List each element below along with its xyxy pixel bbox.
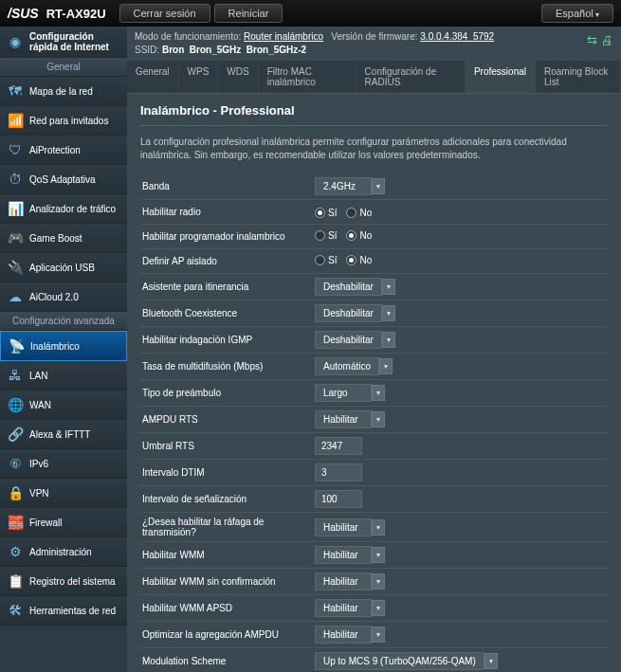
logout-button[interactable]: Cerrar sesión [119,4,210,23]
sidebar-header-general: General [0,58,127,77]
sidebar-icon: 📡 [7,336,26,355]
sidebar-icon: ☁ [6,287,25,306]
radio-no[interactable]: No [346,230,372,241]
sidebar-item-lan[interactable]: 🖧LAN [0,361,127,390]
form-row: Habilitar WMM APSDHabilitar▾ [140,595,608,622]
sidebar: ◉ Configuración rápida de Internet Gener… [0,27,127,672]
form-row: Banda2.4GHz▾ [140,173,608,200]
reboot-button[interactable]: Reiniciar [214,4,283,23]
field-label: Bluetooth Coexistence [140,308,315,318]
panel-title: Inalámbrico - Professional [140,103,608,126]
sidebar-icon: 🔌 [6,258,25,277]
sidebar-item-label: WAN [29,400,51,410]
fw-link[interactable]: 3.0.0.4.384_5792 [420,31,494,42]
sidebar-item-administración[interactable]: ⚙Administración [0,537,127,567]
select-habilitar-wmm-apsd[interactable]: Habilitar▾ [315,599,385,617]
form-row: Habilitar WMMHabilitar▾ [140,542,608,569]
select--desea-habilitar-la-r-faga-de-transmisi-n-[interactable]: Habilitar▾ [315,518,385,536]
sidebar-item-label: AiProtection [29,145,81,155]
field-label: Umbral RTS [140,441,315,451]
sidebar-item-herramientas-de-red[interactable]: 🛠Herramientas de red [0,596,127,626]
sidebar-quick-setup[interactable]: ◉ Configuración rápida de Internet [0,27,127,58]
model-name: RT-AX92U [46,7,106,21]
select-value: 2.4GHz [315,177,372,195]
form-row: Definir AP aisladoSíNo [140,249,608,274]
select-optimizar-la-agregaci-n-ampdu[interactable]: Habilitar▾ [315,626,385,644]
select-banda[interactable]: 2.4GHz▾ [315,177,385,195]
form-row: Intervalo de señalización [140,486,608,513]
field-label: Habilitar programador inalambrico [140,231,315,242]
sidebar-item-label: IPv6 [29,459,48,469]
tab-wds[interactable]: WDS [218,61,258,93]
sidebar-item-label: Alexa & IFTTT [29,429,90,440]
chevron-down-icon: ▾ [379,358,393,374]
chevron-down-icon: ▾ [372,385,385,401]
field-label: Tipo de preámbulo [140,388,315,398]
text-input-intervalo-dtim[interactable] [315,463,362,481]
field-label: Modulation Scheme [140,656,315,666]
sidebar-icon: 🗺 [6,82,25,100]
radio-yes[interactable]: Sí [315,208,337,218]
radio-yes[interactable]: Sí [315,255,337,265]
select-habilitar-wmm-sin-confirmaci-n[interactable]: Habilitar▾ [315,572,385,590]
field-label: Banda [140,181,315,191]
select-habilitar-indagaci-n-igmp[interactable]: Deshabilitar▾ [315,331,395,349]
field-label: Intervalo de señalización [140,494,315,504]
sidebar-icon: ⑥ [6,454,25,473]
text-input-umbral-rts[interactable] [315,437,362,455]
sidebar-item-label: Registro del sistema [29,576,116,587]
form-row: Optimizar la agregación AMPDUHabilitar▾ [140,622,608,648]
sidebar-item-label: Red para invitados [29,116,108,126]
sidebar-item-red-para-invitados[interactable]: 📶Red para invitados [0,106,127,136]
sidebar-item-qos-adaptativa[interactable]: ⏱QoS Adaptativa [0,165,127,194]
sidebar-item-aiprotection[interactable]: 🛡AiProtection [0,136,127,165]
select-asistente-para-itinerancia[interactable]: Deshabilitar▾ [315,278,395,296]
form-row: Asistente para itineranciaDeshabilitar▾ [140,274,608,300]
tab-professional[interactable]: Professional [466,61,536,93]
sidebar-item-ipv6[interactable]: ⑥IPv6 [0,449,127,479]
mode-link[interactable]: Router inalámbrico [244,31,323,42]
sidebar-item-aicloud-2.0[interactable]: ☁AiCloud 2.0 [0,282,127,312]
status-icons: ⇆ 🖨 [587,32,613,49]
tab-configuración-de-radius[interactable]: Configuración de RADIUS [356,61,466,93]
sidebar-item-label: Aplicación USB [29,263,95,273]
select-value: Habilitar [315,518,372,536]
sidebar-item-aplicación-usb[interactable]: 🔌Aplicación USB [0,253,127,282]
tab-roaming-block-list[interactable]: Roaming Block List [536,61,621,93]
select-tipo-de-pre-mbulo[interactable]: Largo▾ [315,384,385,402]
tabs: GeneralWPSWDSFiltro MAC inalámbricoConfi… [127,61,621,94]
sidebar-item-game-boost[interactable]: 🎮Game Boost [0,224,127,253]
tab-filtro-mac-inalámbrico[interactable]: Filtro MAC inalámbrico [259,61,356,93]
select-value: Automático [315,357,379,375]
select-ampdu-rts[interactable]: Habilitar▾ [315,410,385,428]
fw-label: Versión de firmware: [331,31,417,42]
select-habilitar-wmm[interactable]: Habilitar▾ [315,546,385,564]
select-modulation-scheme[interactable]: Up to MCS 9 (TurboQAM/256-QAM)▾ [315,652,498,670]
select-tasa-de-multidifusi-n-mbps-[interactable]: Automático▾ [315,357,393,375]
language-button[interactable]: Español [541,4,613,23]
ssid-label: SSID: [135,45,159,55]
sidebar-item-label: Inalámbrico [30,341,80,352]
mode-label: Modo de funcionamiento: [135,31,241,42]
sidebar-item-alexa-&-ifttt[interactable]: 🔗Alexa & IFTTT [0,420,127,449]
sidebar-item-analizador-de-tráfico[interactable]: 📊Analizador de tráfico [0,194,127,224]
form-row: Modulation SchemeUp to MCS 9 (TurboQAM/2… [140,648,608,672]
tab-general[interactable]: General [127,61,179,93]
radio-yes[interactable]: Sí [315,230,337,241]
sidebar-item-mapa-de-la-red[interactable]: 🗺Mapa de la red [0,77,127,106]
sidebar-icon: 🔗 [6,425,25,444]
tab-wps[interactable]: WPS [179,61,219,93]
sidebar-item-firewall[interactable]: 🧱Firewall [0,508,127,537]
sidebar-item-inalámbrico[interactable]: 📡Inalámbrico [0,331,127,361]
radio-no[interactable]: No [346,208,372,218]
text-input-intervalo-de-se-alizaci-n[interactable] [315,490,362,508]
sidebar-item-registro-del-sistema[interactable]: 📋Registro del sistema [0,567,127,596]
radio-no[interactable]: No [346,255,372,265]
field-label: ¿Desea habilitar la ráfaga de transmisió… [140,517,315,537]
sidebar-item-label: VPN [29,488,49,499]
select-bluetooth-coexistence[interactable]: Deshabilitar▾ [315,304,395,322]
sidebar-item-vpn[interactable]: 🔒VPN [0,479,127,508]
chevron-down-icon: ▾ [382,279,395,295]
sidebar-item-wan[interactable]: 🌐WAN [0,390,127,420]
field-label: Habilitar radio [140,207,315,217]
